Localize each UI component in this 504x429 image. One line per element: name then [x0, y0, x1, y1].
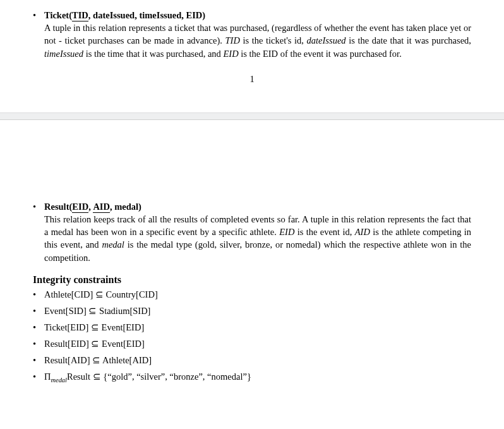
text: is the ticket's id,	[240, 35, 307, 45]
eid-italic: EID	[279, 227, 294, 237]
ticket-name: Ticket	[44, 10, 69, 20]
text: is the EID of the event it was purchased…	[239, 49, 402, 59]
relation-result-desc: This relation keeps track of all the res…	[44, 213, 471, 264]
constraint-5: • Result[AID] ⊆ Athlete[AID]	[33, 355, 471, 366]
bullet-icon: •	[33, 306, 44, 317]
constraint-1: • Athlete[CID] ⊆ Country[CID]	[33, 289, 471, 300]
integrity-constraints-heading: Integrity constraints	[33, 274, 471, 286]
page-2-top-margin	[0, 120, 504, 191]
relation-result-item: • Result(EID, AID, medal) This relation …	[33, 202, 471, 264]
relation-ticket-header: Ticket(TID, dateIssued, timeIssued, EID)	[44, 10, 471, 21]
eid-italic: EID	[224, 49, 239, 59]
constraint-2: • Event[SID] ⊆ Stadium[SID]	[33, 306, 471, 317]
page-2-head: • Result(EID, AID, medal) This relation …	[0, 191, 504, 399]
result-key-eid: EID	[72, 202, 88, 213]
bullet-icon: •	[33, 289, 44, 300]
relation-ticket-body: Ticket(TID, dateIssued, timeIssued, EID)…	[44, 10, 471, 60]
ticket-attr-eid: EID	[186, 10, 203, 20]
relation-ticket-desc: A tuple in this relation represents a ti…	[44, 21, 471, 60]
ticket-attr-dateissued: dateIssued	[93, 10, 135, 20]
constraint-2-text: Event[SID] ⊆ Stadium[SID]	[44, 306, 150, 317]
page-1-tail: • Ticket(TID, dateIssued, timeIssued, EI…	[0, 0, 504, 112]
timeissued-italic: timeIssued	[44, 49, 83, 59]
result-key-aid: AID	[93, 202, 110, 213]
constraint-4-text: Result[EID] ⊆ Event[EID]	[44, 339, 145, 349]
bullet-icon: •	[33, 372, 44, 382]
text: is the event id,	[294, 227, 354, 237]
ticket-key-tid: TID	[72, 10, 88, 21]
text: is the time that it was purchased, and	[83, 49, 223, 59]
page-number-1: 1	[33, 74, 471, 85]
dateissued-italic: dateIssued	[307, 35, 346, 45]
text: is the date that it was purchased,	[346, 35, 471, 45]
pi-symbol: Π	[44, 372, 51, 382]
tid-italic: TID	[225, 35, 239, 45]
medal-italic: medal	[102, 239, 124, 250]
bullet-icon: •	[33, 202, 44, 264]
page-break-gap	[0, 112, 504, 120]
sep: ,	[88, 202, 93, 212]
bullet-icon: •	[33, 322, 44, 333]
constraint-6-text: ΠmedalResult ⊆ {“gold”, “silver”, “bronz…	[44, 372, 251, 384]
constraint-3-text: Ticket[EID] ⊆ Event[EID]	[44, 322, 144, 333]
constraint-4: • Result[EID] ⊆ Event[EID]	[33, 339, 471, 349]
bullet-icon: •	[33, 355, 44, 366]
ticket-attr-timeissued: timeIssued	[139, 10, 181, 20]
result-attr-medal: medal	[114, 202, 138, 212]
constraint-6-rest: Result ⊆ {“gold”, “silver”, “bronze”, “n…	[67, 372, 251, 382]
sep: ,	[181, 10, 186, 20]
relation-result-header: Result(EID, AID, medal)	[44, 202, 471, 213]
paren-close: )	[202, 10, 205, 20]
result-name: Result	[44, 202, 69, 212]
pi-subscript-medal: medal	[51, 377, 67, 384]
aid-italic: AID	[355, 227, 370, 237]
relation-ticket-item: • Ticket(TID, dateIssued, timeIssued, EI…	[33, 10, 471, 60]
constraint-1-text: Athlete[CID] ⊆ Country[CID]	[44, 289, 158, 300]
relation-result-body: Result(EID, AID, medal) This relation ke…	[44, 202, 471, 264]
constraint-3: • Ticket[EID] ⊆ Event[EID]	[33, 322, 471, 333]
constraint-5-text: Result[AID] ⊆ Athlete[AID]	[44, 355, 152, 366]
sep: ,	[88, 10, 93, 20]
bullet-icon: •	[33, 339, 44, 349]
paren-close: )	[138, 202, 141, 212]
bullet-icon: •	[33, 10, 44, 60]
constraint-6: • ΠmedalResult ⊆ {“gold”, “silver”, “bro…	[33, 372, 471, 384]
